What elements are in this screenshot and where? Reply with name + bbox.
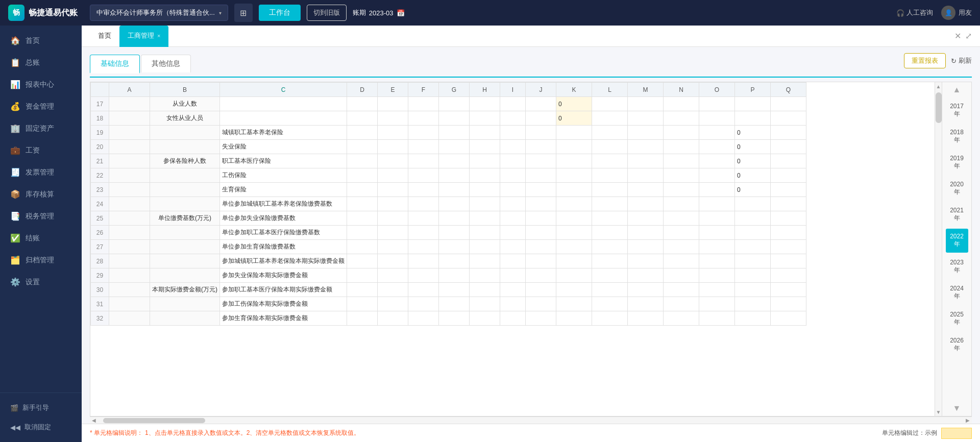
scroll-right-btn[interactable]: ▶: [964, 418, 972, 423]
cell-26-j[interactable]: [526, 226, 556, 240]
cell-24-o[interactable]: [699, 197, 735, 211]
cell-24-i[interactable]: [500, 197, 526, 211]
cell-19-i[interactable]: [500, 126, 526, 140]
cell-24-d[interactable]: [347, 197, 378, 211]
cell-19-h[interactable]: [470, 126, 500, 140]
cell-20-d[interactable]: [347, 140, 378, 154]
old-version-button[interactable]: 切到旧版: [307, 5, 347, 21]
cell-22-h[interactable]: [470, 168, 500, 183]
cell-30-j[interactable]: [526, 283, 556, 297]
cell-25-b[interactable]: 单位缴费基数(万元): [150, 211, 220, 226]
cell-27-b[interactable]: [150, 240, 220, 254]
cell-20-m[interactable]: [628, 140, 664, 154]
cell-18-i[interactable]: [500, 111, 526, 126]
sidebar-item-archive[interactable]: 🗂️ 归档管理: [0, 249, 82, 271]
reset-button[interactable]: 重置报表: [904, 53, 946, 68]
cell-20-l[interactable]: [592, 140, 628, 154]
cell-17-o[interactable]: [699, 97, 735, 111]
cell-32-o[interactable]: [699, 311, 735, 326]
cell-30-e[interactable]: [378, 283, 408, 297]
cell-28-h[interactable]: [470, 254, 500, 268]
cell-18-j[interactable]: [526, 111, 556, 126]
cell-31-m[interactable]: [628, 297, 664, 311]
cell-30-k[interactable]: [556, 283, 592, 297]
cell-27-o[interactable]: [699, 240, 735, 254]
cell-31-g[interactable]: [439, 297, 470, 311]
cell-25-c[interactable]: 单位参加失业保险缴费基数: [220, 211, 347, 226]
cell-26-b[interactable]: [150, 226, 220, 240]
cell-30-f[interactable]: [408, 283, 439, 297]
service-button[interactable]: 🎧 人工咨询: [896, 8, 933, 17]
cell-27-e[interactable]: [378, 240, 408, 254]
calendar-icon[interactable]: 📅: [397, 9, 405, 17]
cell-24-l[interactable]: [592, 197, 628, 211]
sidebar-item-capital[interactable]: 💰 资金管理: [0, 95, 82, 117]
scroll-track[interactable]: [935, 90, 942, 408]
scroll-left-btn[interactable]: ◀: [90, 418, 98, 423]
cell-17-a[interactable]: [109, 97, 150, 111]
cell-25-m[interactable]: [628, 211, 664, 226]
cell-18-e[interactable]: [378, 111, 408, 126]
cell-20-g[interactable]: [439, 140, 470, 154]
cell-29-d[interactable]: [347, 268, 378, 283]
cell-17-j[interactable]: [526, 97, 556, 111]
cell-26-o[interactable]: [699, 226, 735, 240]
cell-32-e[interactable]: [378, 311, 408, 326]
sidebar-item-reports[interactable]: 📊 报表中心: [0, 73, 82, 95]
cell-29-n[interactable]: [664, 268, 699, 283]
cell-20-c[interactable]: 失业保险: [220, 140, 347, 154]
cell-27-m[interactable]: [628, 240, 664, 254]
cell-27-q[interactable]: [771, 240, 806, 254]
cell-32-m[interactable]: [628, 311, 664, 326]
cell-18-m[interactable]: [628, 111, 664, 126]
cell-23-f[interactable]: [408, 183, 439, 197]
cell-31-b[interactable]: [150, 297, 220, 311]
cell-29-k[interactable]: [556, 268, 592, 283]
cell-20-a[interactable]: [109, 140, 150, 154]
company-selector[interactable]: 中审众环会计师事务所（特殊普通合伙... ▾: [90, 5, 228, 21]
cell-25-d[interactable]: [347, 211, 378, 226]
cell-17-m[interactable]: [628, 97, 664, 111]
cell-19-c[interactable]: 城镇职工基本养老保险: [220, 126, 347, 140]
sidebar-item-salary[interactable]: 💼 工资: [0, 139, 82, 161]
scroll-up-btn[interactable]: ▲: [935, 82, 942, 90]
cell-32-g[interactable]: [439, 311, 470, 326]
cell-29-f[interactable]: [408, 268, 439, 283]
cell-22-q[interactable]: [771, 168, 806, 183]
cell-17-f[interactable]: [408, 97, 439, 111]
sidebar-item-assets[interactable]: 🏢 固定资产: [0, 117, 82, 139]
year-item-2026[interactable]: 2026年: [946, 333, 968, 357]
cell-28-e[interactable]: [378, 254, 408, 268]
cell-18-l[interactable]: [592, 111, 628, 126]
cell-27-i[interactable]: [500, 240, 526, 254]
cell-25-n[interactable]: [664, 211, 699, 226]
cell-20-o[interactable]: [699, 140, 735, 154]
cell-18-n[interactable]: [664, 111, 699, 126]
cell-32-a[interactable]: [109, 311, 150, 326]
cell-21-d[interactable]: [347, 154, 378, 168]
cell-28-b[interactable]: [150, 254, 220, 268]
cell-28-m[interactable]: [628, 254, 664, 268]
cell-30-q[interactable]: [771, 283, 806, 297]
cell-20-h[interactable]: [470, 140, 500, 154]
cell-27-g[interactable]: [439, 240, 470, 254]
cell-29-h[interactable]: [470, 268, 500, 283]
cell-27-j[interactable]: [526, 240, 556, 254]
cell-18-b[interactable]: 女性从业人员: [150, 111, 220, 126]
cell-30-o[interactable]: [699, 283, 735, 297]
cell-25-p[interactable]: [735, 211, 771, 226]
cell-24-n[interactable]: [664, 197, 699, 211]
cell-25-g[interactable]: [439, 211, 470, 226]
cell-21-q[interactable]: [771, 154, 806, 168]
cell-30-d[interactable]: [347, 283, 378, 297]
cell-18-a[interactable]: [109, 111, 150, 126]
cell-17-e[interactable]: [378, 97, 408, 111]
cell-20-f[interactable]: [408, 140, 439, 154]
cell-32-d[interactable]: [347, 311, 378, 326]
cell-28-c[interactable]: 参加城镇职工基本养老保险本期实际缴费金额: [220, 254, 347, 268]
cell-17-h[interactable]: [470, 97, 500, 111]
cell-29-m[interactable]: [628, 268, 664, 283]
cell-29-g[interactable]: [439, 268, 470, 283]
cell-26-p[interactable]: [735, 226, 771, 240]
cell-30-h[interactable]: [470, 283, 500, 297]
